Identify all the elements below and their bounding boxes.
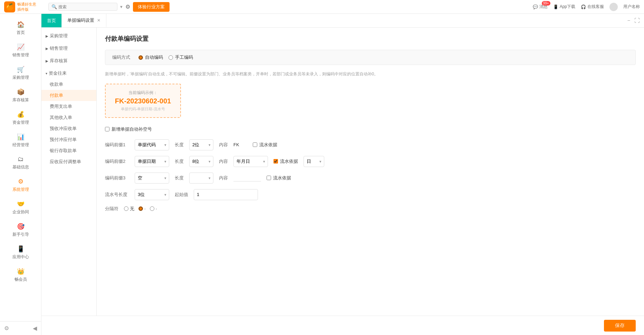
sidebar-item-system[interactable]: ⚙ 系统管理	[2, 174, 39, 196]
submenu-item-expense[interactable]: 费用支出单	[41, 101, 96, 112]
footer-bar: 保存	[41, 316, 644, 335]
search-box[interactable]: 🔍	[48, 3, 117, 11]
sidebar-item-finance[interactable]: 💰 资金管理	[2, 107, 39, 129]
prefix2-content-select[interactable]: 年月日	[233, 156, 268, 167]
save-button[interactable]: 保存	[604, 320, 636, 332]
prefix3-length-select[interactable]	[189, 173, 213, 184]
prefix2-serial-label: 流水依据	[280, 158, 298, 165]
user-name: 用户名称	[623, 4, 640, 10]
sidebar-item-label: 销售管理	[12, 52, 29, 58]
arrow-icon: ▶	[46, 47, 48, 50]
sidebar-item-member[interactable]: 👑 畅会员	[2, 264, 39, 286]
submenu-item-bank[interactable]: 银行存取款单	[41, 145, 96, 156]
prefix1-select[interactable]: 单据代码	[135, 139, 169, 150]
settings-bottom-icon[interactable]: ⚙	[4, 325, 9, 332]
sidebar-item-purchase[interactable]: 🛒 采购管理	[2, 62, 39, 84]
trial-button[interactable]: 体验行业方案	[133, 2, 170, 12]
brand: 🍊 畅通好生意 插件版	[4, 1, 46, 12]
prefix3-serial-label: 流水依据	[273, 175, 291, 181]
submenu-item-pre-payable[interactable]: 预付冲应付单	[41, 134, 96, 145]
finance-icon: 💰	[17, 111, 25, 118]
submenu-item-payment[interactable]: 付款单	[41, 90, 96, 101]
auto-coding-option[interactable]: 自动编码	[138, 54, 163, 61]
prefix1-serial-checkbox[interactable]	[253, 142, 257, 147]
auto-coding-radio[interactable]	[138, 55, 143, 60]
sidebar-item-guide[interactable]: 🎯 新手引导	[2, 219, 39, 241]
prefix2-label: 编码前缀2	[105, 158, 129, 165]
tab-serial[interactable]: 单据编码设置 ✕	[62, 14, 106, 27]
manual-coding-option[interactable]: 手工编码	[169, 54, 193, 61]
serial-start-label: 起始值	[175, 192, 188, 198]
sep-dash-radio[interactable]	[150, 206, 154, 211]
settings-icon[interactable]: ⚙	[125, 3, 130, 10]
tab-close-icon[interactable]: ✕	[97, 18, 100, 23]
submenu-item-income[interactable]: 其他收入单	[41, 112, 96, 123]
brand-logo: 🍊	[4, 1, 15, 12]
sidebar-item-label: 企业协同	[12, 209, 29, 215]
online-service-button[interactable]: 🎧 在线客服	[581, 4, 604, 10]
submenu-group-inventory-title[interactable]: ▶ 库存核算	[41, 55, 96, 66]
sep-none-option[interactable]: 无	[124, 206, 134, 212]
prefix2-length-select[interactable]: 8位	[189, 156, 213, 167]
inventory-icon: 📦	[17, 88, 25, 96]
prefix1-serial-check[interactable]: 流水依据	[253, 142, 277, 148]
sep-none-radio[interactable]	[124, 206, 128, 211]
prefix1-length-select[interactable]: 2位	[189, 139, 213, 150]
submenu-group-inventory-label: 库存核算	[50, 58, 68, 64]
sidebar-nav: 🏠 首页 📈 销售管理 🛒 采购管理 📦 库存核算 💰 资金管理 📊 经	[0, 14, 41, 321]
submenu-group-inventory: ▶ 库存核算	[41, 55, 96, 66]
app-download-button[interactable]: 📱 App下载	[553, 4, 575, 10]
collapse-icon[interactable]: ◀	[33, 325, 37, 332]
prefix2-select[interactable]: 单据日期	[135, 156, 169, 167]
prefix3-select[interactable]: 空	[135, 173, 169, 184]
avatar[interactable]	[609, 3, 618, 11]
tab-home[interactable]: 首页	[41, 14, 62, 27]
operation-icon: 📊	[17, 133, 25, 141]
prefix3-label: 编码前缀3	[105, 175, 129, 181]
message-button[interactable]: 💬 消息 99+	[533, 4, 548, 10]
minimize-icon[interactable]: －	[626, 17, 632, 24]
sidebar-item-base[interactable]: 🗂 基础信息	[2, 152, 39, 174]
system-icon: ⚙	[18, 178, 23, 185]
prefix2-serial-checkbox[interactable]	[273, 159, 278, 164]
prefix3-content-label: 内容	[219, 175, 228, 181]
serial-length-select[interactable]: 3位	[135, 189, 169, 200]
prefix2-unit-select[interactable]: 日	[304, 156, 324, 167]
prefix3-serial-checkbox[interactable]	[267, 176, 271, 180]
prefix3-length-wrap	[189, 173, 213, 184]
prefix2-serial-check[interactable]: 流水依据	[273, 158, 298, 165]
sidebar-item-enterprise[interactable]: 🤝 企业协同	[2, 197, 39, 218]
sidebar-item-inventory[interactable]: 📦 库存核算	[2, 85, 39, 106]
topbar: 🍊 畅通好生意 插件版 🔍 ▾ ⚙ 体验行业方案 💬 消息 99+ 📱 App下…	[0, 0, 644, 14]
sidebar-item-sales[interactable]: 📈 销售管理	[2, 40, 39, 62]
manual-coding-label: 手工编码	[175, 54, 193, 61]
serial-length-wrap: 3位	[135, 189, 169, 200]
service-icon: 🎧	[581, 4, 586, 9]
sidebar-item-apps[interactable]: 📱 应用中心	[2, 242, 39, 263]
maximize-icon[interactable]: ⛶	[634, 18, 640, 24]
submenu-item-pre-receivable[interactable]: 预收冲应收单	[41, 123, 96, 134]
sep-dot-option[interactable]: ·	[138, 206, 146, 211]
sidebar-item-home[interactable]: 🏠 首页	[2, 17, 39, 39]
serial-start-input[interactable]	[194, 189, 258, 200]
manual-coding-radio[interactable]	[169, 55, 173, 60]
serial-row: 流水号长度 3位 起始值	[105, 189, 636, 200]
auto-fill-row: 新增单据自动补空号	[105, 126, 636, 132]
sep-dot-radio[interactable]	[138, 206, 143, 211]
prefix3-serial-check[interactable]: 流水依据	[267, 175, 291, 181]
prefix3-length-label: 长度	[175, 175, 184, 181]
auto-fill-checkbox[interactable]	[105, 127, 109, 131]
submenu-item-adjust[interactable]: 应收应付调整单	[41, 156, 96, 167]
submenu-item-receipt[interactable]: 收款单	[41, 79, 96, 90]
sidebar-item-label: 畅会员	[15, 277, 27, 282]
sidebar-item-operation[interactable]: 📊 经营管理	[2, 130, 39, 151]
search-input[interactable]	[58, 4, 114, 9]
main-panel: 付款单编码设置 编码方式 自动编码 手工编码	[97, 28, 644, 316]
submenu: ▶ 采购管理 ▶ 销售管理 ▶ 库存核算	[41, 28, 97, 316]
submenu-group-purchase-title[interactable]: ▶ 采购管理	[41, 30, 96, 41]
prefix2-content-label: 内容	[219, 158, 228, 165]
submenu-group-sales-title[interactable]: ▶ 销售管理	[41, 43, 96, 54]
submenu-group-capital-title[interactable]: ▾ 资金往来	[41, 68, 96, 79]
dropdown-icon[interactable]: ▾	[120, 4, 123, 9]
sep-dash-option[interactable]: ·	[150, 206, 157, 211]
